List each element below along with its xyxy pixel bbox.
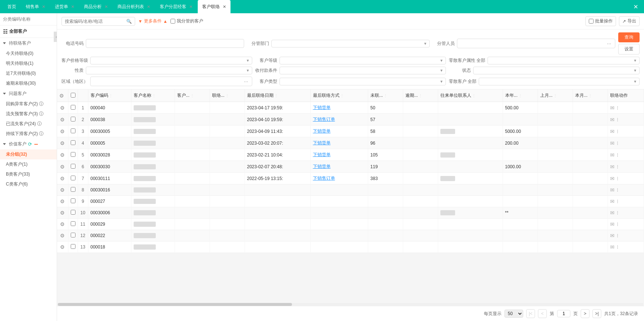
action-grid-icon[interactable]: ⁝ (617, 210, 618, 216)
sidebar-all-customers[interactable]: ☷ 全部客户 (0, 25, 57, 38)
action-grid-icon[interactable]: ⁝ (617, 187, 618, 193)
row-gear[interactable]: ⚙ (57, 161, 68, 173)
tab-customer-contact[interactable]: 客户联络 ✕ (198, 0, 230, 13)
action-chat-icon[interactable]: ✉ (610, 117, 615, 123)
action-chat-icon[interactable]: ✉ (610, 221, 615, 227)
action-grid-icon[interactable]: ⁝ (617, 152, 618, 158)
filter-region-select[interactable]: ··· (90, 77, 252, 86)
filter-phone-input[interactable] (86, 39, 244, 48)
action-grid-icon[interactable]: ⁝ (617, 198, 618, 204)
select-all-checkbox[interactable] (71, 93, 75, 98)
action-chat-icon[interactable]: ✉ (610, 198, 615, 204)
page-input[interactable] (557, 310, 570, 317)
sidebar-item-week[interactable]: 近7天待联络(0) (0, 68, 57, 78)
col-this-year[interactable]: 本年...⋮ (503, 89, 538, 102)
row-checkbox[interactable] (71, 198, 75, 203)
col-overdue[interactable]: 逾期...⋮ (403, 89, 438, 102)
row-gear[interactable]: ⚙ (57, 184, 68, 196)
sidebar-item-churn-warning[interactable]: 流失预警客户(3) ⓘ (0, 109, 57, 119)
filter-customer-type-select[interactable]: ▼ (279, 78, 446, 85)
tab-purchase[interactable]: 进货单 ✕ (50, 0, 79, 13)
row-checkbox[interactable] (71, 210, 75, 215)
search-input[interactable] (65, 19, 125, 24)
export-btn[interactable]: ↗ 导出 (619, 16, 640, 26)
action-chat-icon[interactable]: ✉ (610, 152, 615, 158)
customer-segment-tab-close[interactable]: ✕ (189, 4, 193, 9)
gear-icon[interactable]: ⚙ (59, 93, 64, 99)
first-page-btn[interactable]: |< (526, 309, 535, 318)
more-conditions-btn[interactable]: ▼ 更多条件 ▲ (138, 18, 168, 24)
purchase-tab-close[interactable]: ✕ (71, 4, 74, 9)
sidebar-item-overdue[interactable]: 逾期未联络(30) (0, 78, 57, 88)
row-gear[interactable]: ⚙ (57, 137, 68, 149)
filter-retail-attr-select[interactable]: ▼ (488, 57, 640, 64)
my-customers-checkbox[interactable] (170, 19, 175, 24)
value-refresh-icon[interactable]: ⟳ (28, 141, 32, 147)
filter-person-dots[interactable]: ··· (605, 40, 613, 46)
row-checkbox[interactable] (71, 140, 75, 145)
row-gear[interactable]: ⚙ (57, 219, 68, 230)
last-page-btn[interactable]: >| (592, 309, 601, 318)
col-this-month[interactable]: 本月...⋮ (573, 89, 608, 102)
row-method-link[interactable]: 下销售订单 (313, 176, 335, 181)
row-checkbox[interactable] (71, 221, 75, 226)
row-method-link[interactable]: 下销货单 (313, 105, 331, 110)
row-checkbox[interactable] (71, 117, 75, 121)
row-gear[interactable]: ⚙ (57, 173, 68, 184)
filter-dept-select[interactable]: ▼ (271, 40, 430, 47)
action-grid-icon[interactable]: ⁝ (617, 140, 618, 146)
row-checkbox[interactable] (71, 128, 75, 133)
row-gear[interactable]: ⚙ (57, 196, 68, 207)
row-gear[interactable]: ⚙ (57, 126, 68, 137)
row-checkbox[interactable] (71, 164, 75, 169)
row-checkbox[interactable] (71, 105, 75, 110)
table-scroll-area[interactable]: ⚙ 客户编码⋮ 客户名称⋮ 客户...⋮ 联络...⋮ 最后联络日期⋮ 最后联络… (57, 89, 644, 303)
filter-customer-level-select[interactable]: ▼ (279, 57, 446, 64)
prev-page-btn[interactable]: < (538, 309, 547, 318)
col-no-contact[interactable]: 未联...⋮ (368, 89, 403, 102)
row-method-link[interactable]: 下销货单 (313, 164, 331, 169)
row-gear[interactable]: ⚙ (57, 102, 68, 114)
action-chat-icon[interactable]: ✉ (610, 105, 615, 111)
batch-ops-btn[interactable]: 批量操作 (585, 16, 616, 26)
tab-home[interactable]: 首页 (3, 0, 21, 13)
action-grid-icon[interactable]: ⁝ (617, 176, 618, 181)
action-grid-icon[interactable]: ⁝ (617, 221, 618, 227)
row-checkbox[interactable] (71, 187, 75, 192)
sidebar-section-value[interactable]: 价值客户 ⟳ (0, 139, 57, 149)
my-customers-checkbox-label[interactable]: 我分管的客户 (170, 18, 203, 24)
filter-price-level-select[interactable]: ▼ (90, 57, 252, 64)
filter-person-select[interactable]: ··· (457, 39, 615, 48)
col-contact[interactable]: 联络...⋮ (210, 89, 244, 102)
tab-customer-segment[interactable]: 客户分层经客 ✕ (155, 0, 197, 13)
col-last-method[interactable]: 最后联络方式⋮ (310, 89, 368, 102)
per-page-select[interactable]: 50 20 100 (504, 310, 523, 318)
sidebar-section-problem[interactable]: 问题客户 (0, 88, 57, 99)
action-grid-icon[interactable]: ⁝ (617, 164, 618, 170)
col-overdue-resize[interactable]: ⋮ (419, 94, 422, 98)
col-code[interactable]: 客户编码⋮ (88, 89, 131, 102)
sidebar-item-class-c[interactable]: C类客户(6) (0, 179, 57, 189)
horizontal-scrollbar[interactable] (58, 303, 643, 306)
action-chat-icon[interactable]: ✉ (610, 128, 615, 134)
batch-checkbox[interactable] (589, 19, 594, 24)
col-name[interactable]: 客户名称⋮ (131, 89, 175, 102)
row-gear[interactable]: ⚙ (57, 114, 68, 126)
col-no-contact-resize[interactable]: ⋮ (384, 94, 387, 98)
filter-payment-select[interactable]: ▼ (279, 67, 446, 74)
sidebar-item-today[interactable]: 今天待联络(0) (0, 49, 57, 59)
filter-status-select[interactable]: ▼ (473, 67, 640, 74)
sidebar-item-repurchase-abnormal[interactable]: 回购异常客户(2) ⓘ (0, 99, 57, 109)
search-icon[interactable]: 🔍 (126, 19, 132, 24)
action-grid-icon[interactable]: ⁝ (617, 244, 618, 250)
row-checkbox[interactable] (71, 233, 75, 237)
col-last-date-resize[interactable]: ⋮ (274, 94, 278, 98)
scroll-thumb[interactable] (58, 303, 292, 306)
action-grid-icon[interactable]: ⁝ (617, 105, 618, 111)
action-grid-icon[interactable]: ⁝ (617, 233, 618, 239)
tab-product-analysis[interactable]: 商品分析 ✕ (80, 0, 112, 13)
col-name-resize[interactable]: ⋮ (152, 94, 156, 98)
tab-product-analysis-list[interactable]: 商品分析列表 ✕ (113, 0, 155, 13)
row-method-link[interactable]: 下销货单 (313, 140, 331, 145)
action-chat-icon[interactable]: ✉ (610, 187, 615, 193)
